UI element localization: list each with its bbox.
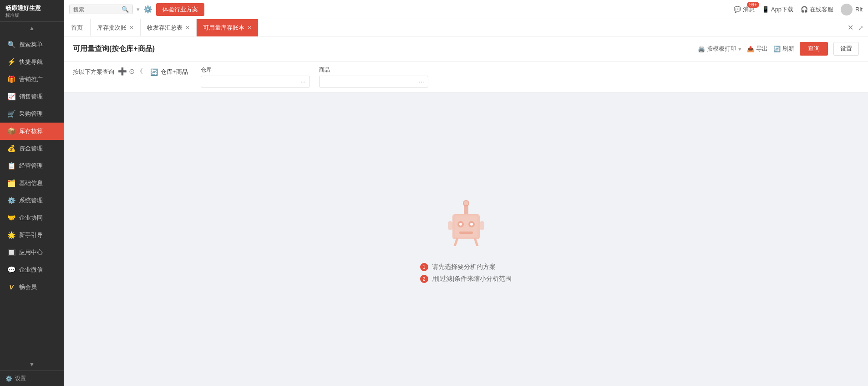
sidebar-item-label: 企业微信 xyxy=(19,266,43,274)
refresh-label: 刷新 xyxy=(782,45,794,53)
scheme-icon: 🔄 xyxy=(150,68,158,76)
search-box: 🔍 xyxy=(69,5,133,14)
sys-icon: ⚙️ xyxy=(7,196,15,205)
print-icon: 🖨️ xyxy=(698,46,705,52)
tab-bar-expand-btn[interactable]: ⤢ xyxy=(858,24,863,31)
hint-text-1: 请先选择要分析的方案 xyxy=(432,263,496,271)
scroll-down-btn[interactable]: ▼ xyxy=(0,358,64,371)
sidebar-item-label: 销售管理 xyxy=(19,93,43,101)
empty-hints: 1 请先选择要分析的方案 2 用[过滤]条件来缩小分析范围 xyxy=(420,263,512,283)
finance-icon: 💰 xyxy=(7,144,15,153)
sidebar-item-label: 搜索菜单 xyxy=(19,41,43,49)
search-icon: 🔍 xyxy=(7,41,15,49)
refresh-btn[interactable]: 🔄 刷新 xyxy=(773,45,794,53)
query-button[interactable]: 查询 xyxy=(800,42,828,56)
trial-button[interactable]: 体验行业方案 xyxy=(156,3,204,16)
user-name: Rit xyxy=(855,6,863,13)
guide-icon: 🌟 xyxy=(7,231,15,239)
sidebar-item-base-info[interactable]: 🗂️ 基础信息 xyxy=(0,175,64,192)
template-print-btn[interactable]: 🖨️ 按模板打印 ▾ xyxy=(698,45,741,53)
sidebar-item-app-center[interactable]: 🔲 应用中心 xyxy=(0,244,64,261)
empty-hint-2: 2 用[过滤]条件来缩小分析范围 xyxy=(420,275,512,283)
warehouse-label: 仓库 xyxy=(201,66,310,74)
sidebar-item-guide[interactable]: 🌟 新手引导 xyxy=(0,226,64,244)
vip-icon: V xyxy=(7,283,15,291)
filter-schemes: 🔄 仓库+商品 xyxy=(147,66,192,78)
page-title: 可用量查询(按仓库+商品) xyxy=(73,44,155,54)
empty-state: 1 请先选择要分析的方案 2 用[过滤]条件来缩小分析范围 xyxy=(64,93,868,386)
sidebar-item-enterprise[interactable]: 🤝 企业协同 xyxy=(0,209,64,226)
settings-button[interactable]: 设置 xyxy=(833,42,859,56)
warehouse-more-icon[interactable]: ··· xyxy=(300,78,306,85)
svg-line-11 xyxy=(455,239,457,246)
tab-home[interactable]: 首页 xyxy=(64,19,91,36)
sidebar-item-search[interactable]: 🔍 搜索菜单 xyxy=(0,36,64,53)
sidebar-item-finance[interactable]: 💰 资金管理 xyxy=(0,140,64,157)
product-more-icon[interactable]: ··· xyxy=(419,78,424,85)
message-btn[interactable]: 💬 消息 99+ xyxy=(734,5,755,14)
gear-icon[interactable]: ⚙️ xyxy=(143,5,152,14)
hint-num-1: 1 xyxy=(420,263,428,271)
tab-label: 库存批次账 xyxy=(97,24,127,32)
scheme-item[interactable]: 🔄 仓库+商品 xyxy=(147,66,192,78)
sidebar-item-sales[interactable]: 📈 销售管理 xyxy=(0,88,64,105)
collapse-icon[interactable]: 《 xyxy=(137,67,143,76)
svg-rect-10 xyxy=(480,221,484,230)
export-label: 导出 xyxy=(756,45,768,53)
app-download-btn[interactable]: 📱 App下载 xyxy=(762,5,793,14)
hint-num-2: 2 xyxy=(420,275,428,283)
warehouse-input[interactable] xyxy=(205,78,299,85)
tab-close-icon[interactable]: ✕ xyxy=(129,25,134,31)
tab-label: 收发存汇总表 xyxy=(147,24,183,32)
add-scheme-icon[interactable]: ➕ xyxy=(118,67,127,76)
service-icon: 🎧 xyxy=(801,6,808,13)
shortcut-icon: ⚡ xyxy=(7,58,15,66)
sidebar-header: 畅康通好生意 标准版 xyxy=(0,0,64,22)
hint-text-2: 用[过滤]条件来缩小分析范围 xyxy=(432,275,512,283)
sidebar-item-vip[interactable]: V 畅会员 xyxy=(0,278,64,296)
sidebar-item-purchase[interactable]: 🛒 采购管理 xyxy=(0,105,64,123)
sidebar-item-inventory[interactable]: 📦 库存核算 xyxy=(0,123,64,140)
sidebar-item-marketing[interactable]: 🎁 营销推广 xyxy=(0,71,64,88)
sidebar-item-sys[interactable]: ⚙️ 系统管理 xyxy=(0,192,64,209)
sidebar-item-wechat[interactable]: 💬 企业微信 xyxy=(0,261,64,278)
app-center-icon: 🔲 xyxy=(7,248,15,257)
sidebar-footer-label: 设置 xyxy=(15,375,26,382)
brand-version: 标准版 xyxy=(5,12,58,19)
export-btn[interactable]: 📤 导出 xyxy=(747,45,768,53)
tab-receivable-summary[interactable]: 收发存汇总表 ✕ xyxy=(141,19,197,36)
warehouse-input-wrapper: ··· xyxy=(201,76,310,87)
tab-bar-right: ✕ ⤢ xyxy=(848,23,868,32)
sidebar-item-ops[interactable]: 📋 经营管理 xyxy=(0,157,64,175)
tab-close-icon[interactable]: ✕ xyxy=(185,25,190,31)
product-input[interactable] xyxy=(323,78,417,85)
sidebar-item-label: 资金管理 xyxy=(19,144,43,153)
filter-actions: ➕ ⊙ 《 xyxy=(118,67,143,76)
warehouse-field: 仓库 ··· xyxy=(201,66,310,87)
online-service-btn[interactable]: 🎧 在线客服 xyxy=(801,5,833,14)
sidebar-item-label: 经营管理 xyxy=(19,162,43,170)
app-download-label: App下载 xyxy=(771,5,793,14)
tab-available-stock[interactable]: 可用量库存账本 ✕ xyxy=(197,19,259,36)
main-area: 🔍 ▾ ⚙️ 体验行业方案 💬 消息 99+ 📱 App下载 🎧 在线客服 xyxy=(64,0,868,386)
empty-icon xyxy=(443,196,489,246)
sidebar-item-shortcut[interactable]: ⚡ 快捷导航 xyxy=(0,53,64,71)
svg-point-5 xyxy=(470,223,473,226)
tab-bar-close-btn[interactable]: ✕ xyxy=(848,23,853,32)
sidebar-item-label: 新手引导 xyxy=(19,231,43,239)
svg-point-4 xyxy=(459,223,462,226)
top-bar-right: 💬 消息 99+ 📱 App下载 🎧 在线客服 Rit xyxy=(734,4,863,15)
svg-rect-9 xyxy=(448,221,452,230)
avatar xyxy=(841,4,853,15)
online-service-label: 在线客服 xyxy=(810,5,833,14)
tab-close-icon[interactable]: ✕ xyxy=(247,25,252,31)
ops-icon: 📋 xyxy=(7,162,15,170)
settings-scheme-icon[interactable]: ⊙ xyxy=(129,67,135,76)
user-profile[interactable]: Rit xyxy=(841,4,863,15)
dropdown-icon[interactable]: ▾ xyxy=(137,6,140,13)
tab-batch-account[interactable]: 库存批次账 ✕ xyxy=(91,19,141,36)
search-input[interactable] xyxy=(73,6,122,13)
template-print-label: 按模板打印 xyxy=(707,45,736,53)
scroll-up-btn[interactable]: ▲ xyxy=(0,22,64,34)
sidebar-footer[interactable]: ⚙️ 设置 xyxy=(0,371,64,386)
